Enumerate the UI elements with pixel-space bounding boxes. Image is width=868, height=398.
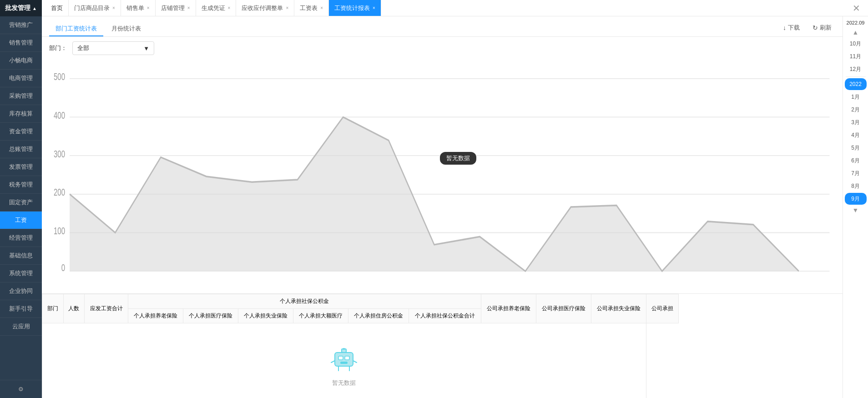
tab-close-icon[interactable]: × — [373, 5, 375, 10]
sidebar-item-fapiaosguanli[interactable]: 发票管理 — [0, 158, 42, 176]
month-item-7[interactable]: 7月 — [845, 167, 867, 179]
sub-tab-label: 部门工资统计表 — [56, 25, 97, 32]
sidebar-label: 总账管理 — [9, 146, 33, 152]
sidebar-item-gudingzichan[interactable]: 固定资产 — [0, 194, 42, 212]
table-wrapper[interactable]: 部门 人数 应发工资合计 个人承担社保公积金 公司承担养老保险 公司承担医疗保险… — [42, 294, 843, 398]
empty-cell: 暂无数据 — [42, 323, 646, 398]
tab-close-icon[interactable]: × — [228, 5, 231, 10]
month-label: 7月 — [851, 170, 860, 177]
sidebar-label: 采购管理 — [9, 92, 33, 99]
refresh-icon: ↻ — [812, 24, 818, 31]
sidebar-item-jichuxinxi[interactable]: 基础信息 — [0, 247, 42, 265]
tab-label: 店铺管理 — [161, 4, 185, 12]
sidebar-label: 库存核算 — [9, 110, 33, 117]
sidebar-item-xinshouyindao[interactable]: 新手引导 — [0, 300, 42, 318]
sidebar-item-xiaoshouguanli[interactable]: 销售管理 — [0, 34, 42, 52]
month-item-2[interactable]: 2月 — [845, 104, 867, 116]
th-company-pension: 公司承担养老保险 — [481, 294, 536, 323]
month-item-10[interactable]: 10月 — [845, 38, 867, 50]
sidebar-label: 小畅电商 — [9, 57, 33, 64]
sidebar-item-gongzi[interactable]: 工资 — [0, 212, 42, 229]
month-label: 10月 — [850, 40, 861, 48]
tab-receivable-adjustment[interactable]: 应收应付调整单 × — [236, 0, 294, 16]
sidebar-item-shuiwuguanli[interactable]: 税务管理 — [0, 176, 42, 194]
month-item-9[interactable]: 9月 — [845, 193, 867, 205]
svg-point-18 — [343, 348, 345, 350]
tab-label: 首页 — [51, 4, 63, 12]
sidebar-label: 税务管理 — [9, 181, 33, 188]
month-label: 12月 — [850, 65, 861, 73]
close-all-button[interactable]: ✕ — [852, 4, 861, 13]
sidebar-item-zongzhangguanli[interactable]: 总账管理 — [0, 141, 42, 158]
tab-store-management[interactable]: 店铺管理 × — [156, 0, 196, 16]
sidebar-header[interactable]: 批发管理 ▲ — [0, 0, 42, 16]
date-panel: 2022.09 ▲ 10月 11月 12月 2022 1月 2月 3月 — [843, 16, 868, 398]
sidebar-item-dianshangguanli[interactable]: 电商管理 — [0, 70, 42, 87]
tab-store-catalog[interactable]: 门店商品目录 × — [69, 0, 121, 16]
svg-text:400: 400 — [54, 110, 65, 121]
month-item-6[interactable]: 6月 — [845, 155, 867, 166]
date-up-button[interactable]: ▲ — [849, 27, 862, 37]
empty-robot-icon — [326, 339, 362, 375]
tab-home[interactable]: 首页 — [45, 0, 69, 16]
year-2022-label[interactable]: 2022 — [845, 78, 867, 90]
month-item-1[interactable]: 1月 — [845, 91, 867, 103]
sidebar-settings-button[interactable]: ⚙ — [0, 380, 42, 398]
tab-close-icon[interactable]: × — [320, 5, 323, 10]
svg-line-20 — [353, 361, 357, 363]
sidebar-item-yingxiaotuiguang[interactable]: 营销推广 — [0, 16, 42, 34]
month-item-11[interactable]: 11月 — [845, 50, 867, 62]
svg-text:200: 200 — [54, 187, 65, 198]
sidebar-item-yunyingyong[interactable]: 云应用 — [0, 318, 42, 336]
tab-close-icon[interactable]: × — [187, 5, 190, 10]
dept-label: 部门： — [49, 44, 67, 52]
th-company-unemployment: 公司承担失业保险 — [591, 294, 646, 323]
th-total-salary: 应发工资合计 — [85, 294, 128, 323]
date-down-button[interactable]: ▼ — [849, 205, 862, 215]
sub-tab-monthly-stats[interactable]: 月份统计表 — [105, 22, 147, 36]
svg-text:0: 0 — [61, 262, 65, 273]
th-personal-housing: 个人承担住房公积金 — [348, 309, 409, 323]
month-label: 4月 — [851, 131, 860, 139]
sidebar-item-jingyingguanli[interactable]: 经营管理 — [0, 229, 42, 247]
refresh-button[interactable]: ↻ 刷新 — [809, 22, 835, 34]
tab-payroll-report[interactable]: 工资统计报表 × — [329, 0, 381, 16]
sidebar-item-caigouguanli[interactable]: 采购管理 — [0, 87, 42, 105]
no-data-text: 暂无数据 — [446, 155, 470, 161]
sub-tab-dept-payroll[interactable]: 部门工资统计表 — [49, 22, 103, 36]
year-label: 2022 — [849, 81, 862, 87]
download-button[interactable]: ↓ 下载 — [779, 22, 803, 34]
sidebar-item-xitongguanli[interactable]: 系统管理 — [0, 265, 42, 282]
svg-rect-13 — [335, 353, 353, 366]
tab-close-icon[interactable]: × — [286, 5, 288, 10]
date-year-label: 2022.09 — [846, 18, 866, 27]
month-item-5[interactable]: 5月 — [845, 142, 867, 154]
tab-sales-order[interactable]: 销售单 × — [121, 0, 156, 16]
th-personal-unemployment: 个人承担失业保险 — [238, 309, 293, 323]
empty-state: 暂无数据 — [47, 327, 641, 398]
month-label: 11月 — [850, 53, 861, 60]
month-item-4[interactable]: 4月 — [845, 129, 867, 141]
download-label: 下载 — [788, 24, 800, 32]
tab-payroll[interactable]: 工资表 × — [294, 0, 329, 16]
month-item-12[interactable]: 12月 — [845, 63, 867, 75]
sidebar-item-xiaochangdianshang[interactable]: 小畅电商 — [0, 52, 42, 70]
tab-generate-voucher[interactable]: 生成凭证 × — [196, 0, 237, 16]
dept-select[interactable]: 全部 ▼ — [72, 41, 154, 55]
svg-rect-15 — [345, 356, 349, 360]
close-all-icon: ✕ — [853, 3, 860, 14]
month-item-3[interactable]: 3月 — [845, 116, 867, 128]
toolbar-left: 部门： 全部 ▼ — [49, 41, 154, 55]
sidebar-item-zijinguanli[interactable]: 资金管理 — [0, 123, 42, 141]
tab-label: 应收应付调整单 — [242, 4, 283, 12]
sidebar-item-kucunhesuan[interactable]: 库存核算 — [0, 105, 42, 123]
tabs-bar: 首页 门店商品目录 × 销售单 × 店铺管理 × 生成凭证 × 应收应付调整单 … — [42, 0, 868, 16]
th-count: 人数 — [63, 294, 85, 323]
month-label: 6月 — [851, 157, 860, 165]
chart-container: 500 400 300 200 100 0 — [49, 64, 835, 289]
tab-close-icon[interactable]: × — [147, 5, 150, 10]
tab-close-icon[interactable]: × — [112, 5, 115, 10]
month-item-8[interactable]: 8月 — [845, 180, 867, 192]
sidebar-item-qiyexietong[interactable]: 企业协同 — [0, 282, 42, 300]
month-label: 8月 — [851, 182, 860, 190]
